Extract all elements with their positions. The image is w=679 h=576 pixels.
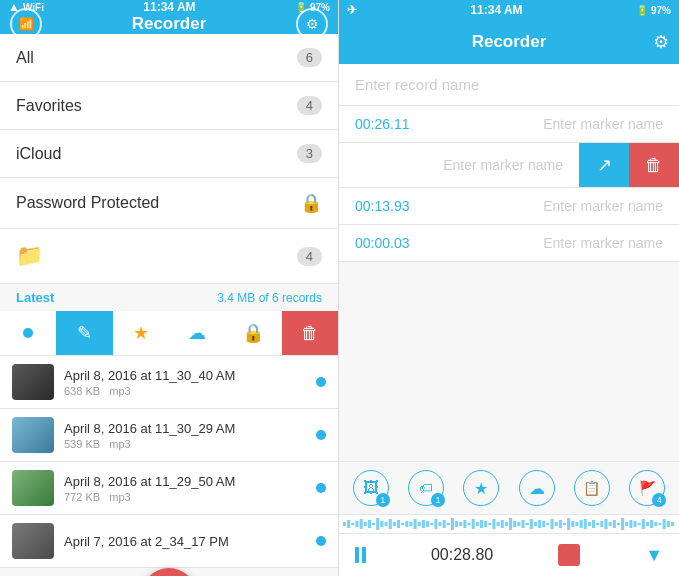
- record-item-1[interactable]: April 8, 2016 at 11_30_40 AM 638 KB mp3: [0, 356, 338, 409]
- svg-rect-40: [509, 518, 512, 530]
- marker-name-4: Enter marker name: [543, 235, 663, 251]
- svg-rect-2: [351, 523, 354, 525]
- svg-rect-72: [642, 519, 645, 529]
- record-dot-1: [316, 377, 326, 387]
- marker-delete-button[interactable]: 🗑: [629, 143, 679, 187]
- svg-rect-76: [658, 523, 661, 525]
- marker-time-3: 00:13.93: [355, 198, 425, 214]
- svg-rect-30: [468, 523, 471, 525]
- svg-rect-1: [347, 520, 350, 528]
- chevron-down-icon: ▼: [645, 545, 663, 565]
- marker-row-4[interactable]: 00:00.03 Enter marker name: [339, 225, 679, 262]
- svg-rect-66: [617, 523, 620, 525]
- right-header-sliders-button[interactable]: ⚙: [653, 31, 669, 53]
- record-item-2[interactable]: April 8, 2016 at 11_30_29 AM 539 KB mp3: [0, 409, 338, 462]
- svg-rect-14: [401, 523, 404, 525]
- record-info-4: April 7, 2016 at 2_34_17 PM: [64, 534, 306, 549]
- right-battery-icon: 🔋: [636, 5, 648, 16]
- svg-rect-4: [360, 519, 363, 529]
- record-info-1: April 8, 2016 at 11_30_40 AM 638 KB mp3: [64, 368, 306, 397]
- svg-rect-59: [588, 522, 591, 526]
- marker-row-3[interactable]: 00:13.93 Enter marker name: [339, 188, 679, 225]
- clipboard-icon: 📋: [583, 480, 600, 496]
- marker-time-4: 00:00.03: [355, 235, 425, 251]
- pause-button[interactable]: [355, 547, 366, 563]
- svg-rect-43: [521, 520, 524, 528]
- stop-button[interactable]: [558, 544, 580, 566]
- svg-rect-57: [580, 520, 583, 528]
- svg-rect-50: [551, 519, 554, 529]
- toolbar-cloud[interactable]: ☁: [169, 311, 225, 355]
- svg-rect-74: [650, 520, 653, 528]
- list-item-all[interactable]: All 6: [0, 34, 338, 82]
- record-item-4[interactable]: April 7, 2016 at 2_34_17 PM: [0, 515, 338, 568]
- tag-icon: 🏷: [419, 480, 433, 496]
- playback-time: 00:28.80: [431, 546, 493, 564]
- toolbar-star[interactable]: ★: [113, 311, 169, 355]
- svg-rect-75: [654, 522, 657, 526]
- svg-rect-27: [455, 521, 458, 527]
- record-name-input[interactable]: Enter record name: [339, 64, 679, 106]
- record-thumb-1: [12, 364, 54, 400]
- list-item-folder[interactable]: 📁 4: [0, 229, 338, 284]
- tool-photo[interactable]: 🖼 1: [353, 470, 389, 506]
- svg-rect-45: [530, 519, 533, 529]
- list-item-icloud[interactable]: iCloud 3: [0, 130, 338, 178]
- wifi-icon: 📶: [19, 17, 34, 31]
- flag-badge: 4: [652, 493, 666, 507]
- right-header: Recorder ⚙: [339, 20, 679, 64]
- svg-rect-73: [646, 522, 649, 526]
- toolbar-lock[interactable]: 🔒: [225, 311, 281, 355]
- record-button[interactable]: [141, 568, 197, 576]
- record-title-2: April 8, 2016 at 11_30_29 AM: [64, 421, 306, 436]
- svg-rect-64: [609, 522, 612, 526]
- svg-rect-26: [451, 518, 454, 530]
- star-circle: ★: [463, 470, 499, 506]
- tool-flag[interactable]: 🚩 4: [629, 470, 665, 506]
- record-name-placeholder: Enter record name: [355, 76, 479, 93]
- record-info-3: April 8, 2016 at 11_29_50 AM 772 KB mp3: [64, 474, 306, 503]
- svg-rect-60: [592, 520, 595, 528]
- right-right-status: 🔋 97%: [636, 5, 671, 16]
- marker-row-1[interactable]: 00:26.11 Enter marker name: [339, 106, 679, 143]
- toolbar-delete[interactable]: 🗑: [282, 311, 338, 355]
- svg-rect-36: [492, 519, 495, 529]
- marker-time-1: 00:26.11: [355, 116, 425, 132]
- svg-rect-13: [397, 520, 400, 528]
- svg-rect-15: [405, 521, 408, 527]
- toolbar-dot[interactable]: [0, 311, 56, 355]
- right-status-bar: ✈ 11:34 AM 🔋 97%: [339, 0, 679, 20]
- edit-icon: ✎: [77, 322, 92, 344]
- list-item-favorites[interactable]: Favorites 4: [0, 82, 338, 130]
- toolbar-edit[interactable]: ✎: [56, 311, 112, 355]
- record-meta-2: 539 KB mp3: [64, 438, 306, 450]
- left-header-wifi-button[interactable]: 📶: [10, 8, 42, 40]
- svg-rect-67: [621, 518, 624, 530]
- list-item-password-protected[interactable]: Password Protected 🔒: [0, 178, 338, 229]
- tool-cloud[interactable]: ☁: [519, 470, 555, 506]
- marker-name-2: Enter marker name: [339, 147, 579, 183]
- latest-size: 3.4 MB of 6 records: [217, 291, 322, 305]
- svg-rect-19: [422, 520, 425, 528]
- right-plane-icon: ✈: [347, 3, 357, 17]
- svg-rect-29: [463, 520, 466, 528]
- cloud-icon: ☁: [188, 322, 206, 344]
- svg-rect-3: [355, 521, 358, 527]
- marker-export-button[interactable]: ↗: [579, 143, 629, 187]
- marker-name-3: Enter marker name: [543, 198, 663, 214]
- svg-rect-34: [484, 521, 487, 527]
- bottom-toolbar: 🖼 1 🏷 1 ★ ☁ 📋 🚩: [339, 461, 679, 514]
- lock-icon: 🔒: [300, 192, 322, 214]
- record-dot-4: [316, 536, 326, 546]
- svg-rect-28: [459, 522, 462, 526]
- svg-rect-20: [426, 521, 429, 527]
- cloud-tool-icon: ☁: [529, 479, 545, 498]
- tool-tag[interactable]: 🏷 1: [408, 470, 444, 506]
- waveform-area: [339, 514, 679, 533]
- tool-star[interactable]: ★: [463, 470, 499, 506]
- record-item-3[interactable]: April 8, 2016 at 11_29_50 AM 772 KB mp3: [0, 462, 338, 515]
- download-button[interactable]: ▼: [645, 545, 663, 566]
- svg-rect-33: [480, 520, 483, 528]
- tool-clipboard[interactable]: 📋: [574, 470, 610, 506]
- left-header-gear-button[interactable]: ⚙: [296, 8, 328, 40]
